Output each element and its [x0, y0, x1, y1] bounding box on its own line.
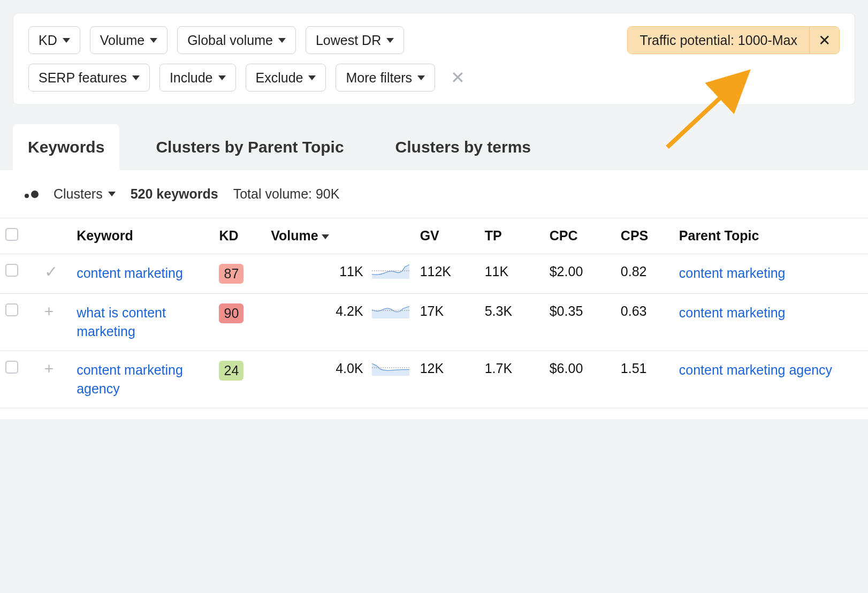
chevron-down-icon [218, 75, 226, 80]
column-cps[interactable]: CPS [615, 218, 674, 254]
kd-badge: 87 [219, 264, 243, 284]
summary-bar: Clusters 520 keywords Total volume: 90K [0, 170, 868, 218]
filter-more-filters[interactable]: More filters [336, 64, 435, 92]
active-filter-traffic-potential[interactable]: Traffic potential: 1000-Max ✕ [627, 26, 840, 54]
column-keyword[interactable]: Keyword [71, 218, 214, 254]
filter-row-1: KD Volume Global volume Lowest DR Traffi… [28, 26, 840, 54]
column-tp[interactable]: TP [479, 218, 544, 254]
filter-label: Include [170, 70, 213, 86]
table-row: +content marketing agency244.0K12K1.7K$6… [0, 351, 868, 408]
filter-exclude[interactable]: Exclude [246, 64, 326, 92]
filter-kd[interactable]: KD [28, 26, 80, 54]
filters-panel: KD Volume Global volume Lowest DR Traffi… [13, 13, 855, 105]
tp-value: 1.7K [479, 351, 544, 408]
chevron-down-icon [132, 75, 140, 80]
filter-label: Exclude [256, 70, 303, 86]
parent-topic-link[interactable]: content marketing [679, 264, 786, 283]
gv-value: 112K [415, 254, 479, 294]
chevron-down-icon [150, 38, 157, 43]
kd-badge: 90 [219, 303, 243, 323]
cluster-icon [25, 191, 39, 198]
column-parent-topic[interactable]: Parent Topic [674, 218, 868, 254]
keywords-table: Keyword KD Volume GV TP CPC CPS Parent T… [0, 218, 868, 408]
clusters-label: Clusters [54, 186, 103, 202]
sparkline-icon [372, 264, 409, 282]
sparkline-icon [372, 361, 409, 379]
tab-clusters-parent[interactable]: Clusters by Parent Topic [141, 124, 359, 170]
check-icon[interactable]: ✓ [44, 263, 58, 280]
chevron-down-icon [386, 38, 394, 43]
keyword-link[interactable]: content marketing agency [77, 361, 208, 398]
volume-value: 11K [339, 264, 363, 279]
filter-volume[interactable]: Volume [90, 26, 167, 54]
select-all-checkbox[interactable] [5, 228, 18, 241]
filter-label: KD [39, 33, 57, 48]
total-volume: Total volume: 90K [233, 186, 340, 202]
filter-label: More filters [346, 70, 412, 86]
cpc-value: $2.00 [544, 254, 615, 294]
gv-value: 12K [415, 351, 479, 408]
active-filter-label: Traffic potential: 1000-Max [628, 27, 809, 54]
volume-value: 4.2K [336, 303, 363, 319]
column-gv[interactable]: GV [415, 218, 479, 254]
tab-clusters-terms[interactable]: Clusters by terms [380, 124, 546, 170]
tab-label: Keywords [28, 138, 104, 156]
filter-row-2: SERP features Include Exclude More filte… [28, 64, 840, 92]
close-icon[interactable]: ✕ [809, 27, 839, 54]
filter-label: SERP features [39, 70, 127, 86]
tab-label: Clusters by terms [395, 138, 531, 156]
filter-label: Volume [100, 33, 144, 48]
sparkline-icon [372, 303, 409, 322]
plus-icon[interactable]: + [44, 302, 54, 320]
chevron-down-icon [308, 75, 316, 80]
cps-value: 0.63 [615, 294, 674, 351]
cpc-value: $6.00 [544, 351, 615, 408]
results-panel: Clusters 520 keywords Total volume: 90K … [0, 170, 868, 419]
filter-lowest-dr[interactable]: Lowest DR [306, 26, 404, 54]
tabs: Keywords Clusters by Parent Topic Cluste… [0, 105, 868, 170]
row-checkbox[interactable] [5, 303, 18, 316]
table-row: ✓content marketing8711K112K11K$2.000.82c… [0, 254, 868, 294]
tab-keywords[interactable]: Keywords [13, 124, 119, 170]
keyword-count: 520 keywords [131, 186, 218, 202]
column-volume[interactable]: Volume [265, 218, 414, 254]
row-checkbox[interactable] [5, 361, 18, 374]
filter-include[interactable]: Include [159, 64, 236, 92]
cpc-value: $0.35 [544, 294, 615, 351]
tab-label: Clusters by Parent Topic [156, 138, 344, 156]
filter-global-volume[interactable]: Global volume [177, 26, 296, 54]
chevron-down-icon [417, 75, 425, 80]
column-cpc[interactable]: CPC [544, 218, 615, 254]
table-header-row: Keyword KD Volume GV TP CPC CPS Parent T… [0, 218, 868, 254]
keyword-link[interactable]: content marketing [77, 264, 183, 283]
parent-topic-link[interactable]: content marketing [679, 303, 786, 322]
clear-filters-icon[interactable]: ✕ [447, 67, 468, 88]
table-row: +what is content marketing904.2K17K5.3K$… [0, 294, 868, 351]
keyword-link[interactable]: what is content marketing [77, 303, 208, 341]
volume-value: 4.0K [336, 361, 363, 376]
column-kd[interactable]: KD [214, 218, 265, 254]
cps-value: 0.82 [615, 254, 674, 294]
sort-desc-icon [322, 234, 329, 239]
chevron-down-icon [278, 38, 286, 43]
tp-value: 11K [479, 254, 544, 294]
tp-value: 5.3K [479, 294, 544, 351]
plus-icon[interactable]: + [44, 360, 54, 377]
chevron-down-icon [108, 192, 116, 196]
gv-value: 17K [415, 294, 479, 351]
filter-label: Lowest DR [316, 33, 381, 48]
column-expand [39, 218, 72, 254]
parent-topic-link[interactable]: content marketing agency [679, 361, 832, 379]
kd-badge: 24 [219, 361, 243, 381]
filter-serp-features[interactable]: SERP features [28, 64, 150, 92]
chevron-down-icon [63, 38, 70, 43]
clusters-dropdown[interactable]: Clusters [54, 186, 116, 202]
row-checkbox[interactable] [5, 264, 18, 277]
cps-value: 1.51 [615, 351, 674, 408]
filter-label: Global volume [187, 33, 273, 48]
column-checkbox [0, 218, 39, 254]
